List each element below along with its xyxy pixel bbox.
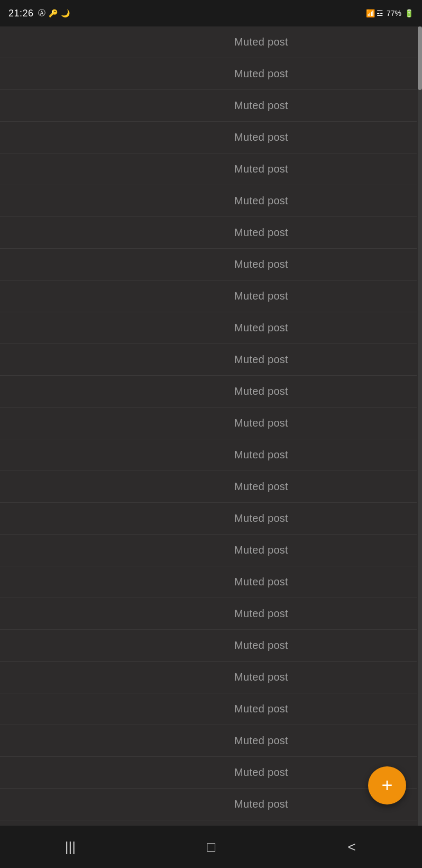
muted-post-label: Muted post xyxy=(129,798,288,810)
muted-post-label: Muted post xyxy=(129,703,288,715)
list-item[interactable]: Muted post xyxy=(0,693,417,725)
status-bar: 21:26 Ⓐ 🔑 🌙 📶 ☲ 77% 🔋 xyxy=(0,0,422,26)
scrollbar-thumb[interactable] xyxy=(418,26,422,90)
muted-post-label: Muted post xyxy=(129,481,288,493)
battery-percentage: 77% xyxy=(387,9,401,17)
list-item[interactable]: Muted post xyxy=(0,185,417,217)
muted-post-label: Muted post xyxy=(129,258,288,270)
muted-post-label: Muted post xyxy=(129,449,288,461)
connectivity-icons: 📶 ☲ xyxy=(366,9,383,17)
muted-post-label: Muted post xyxy=(129,385,288,397)
muted-post-label: Muted post xyxy=(129,512,288,525)
muted-post-label: Muted post xyxy=(129,544,288,556)
muted-post-label: Muted post xyxy=(129,322,288,334)
muted-post-label: Muted post xyxy=(129,354,288,366)
battery-icon: 🔋 xyxy=(405,9,414,17)
muted-post-label: Muted post xyxy=(129,608,288,620)
list-item[interactable]: Muted post xyxy=(0,535,417,566)
list-item[interactable]: Muted post xyxy=(0,376,417,408)
list-item[interactable]: Muted post xyxy=(0,90,417,122)
muted-post-label: Muted post xyxy=(129,68,288,80)
list-item[interactable]: Muted post xyxy=(0,153,417,185)
muted-post-label: Muted post xyxy=(129,163,288,175)
list-item[interactable]: Muted post xyxy=(0,662,417,693)
list-item[interactable]: Muted post xyxy=(0,281,417,312)
fab-plus-icon: + xyxy=(381,776,392,795)
fab-button[interactable]: + xyxy=(368,766,406,804)
list-item[interactable]: Muted post xyxy=(0,789,417,820)
muted-post-label: Muted post xyxy=(129,671,288,683)
muted-post-label: Muted post xyxy=(129,100,288,112)
muted-posts-list: Muted postMuted postMuted postMuted post… xyxy=(0,26,417,826)
list-item[interactable]: Muted post xyxy=(0,249,417,281)
status-icons-left: Ⓐ 🔑 🌙 xyxy=(38,8,70,18)
list-item[interactable]: Muted post xyxy=(0,344,417,376)
muted-post-label: Muted post xyxy=(129,766,288,779)
back-button[interactable]: < xyxy=(336,831,368,863)
muted-post-label: Muted post xyxy=(129,131,288,143)
muted-post-label: Muted post xyxy=(129,195,288,207)
muted-post-label: Muted post xyxy=(129,735,288,747)
wifi-icon: 📶 xyxy=(366,9,375,17)
status-time: 21:26 xyxy=(8,8,34,19)
list-item[interactable]: Muted post xyxy=(0,471,417,503)
status-bar-left: 21:26 Ⓐ 🔑 🌙 xyxy=(8,8,70,19)
list-item[interactable]: Muted post xyxy=(0,26,417,58)
scrollbar[interactable] xyxy=(418,26,422,868)
status-bar-right: 📶 ☲ 77% 🔋 xyxy=(366,9,414,17)
muted-post-label: Muted post xyxy=(129,417,288,429)
list-item[interactable]: Muted post xyxy=(0,58,417,90)
content-area: Muted postMuted postMuted postMuted post… xyxy=(0,26,422,826)
muted-post-label: Muted post xyxy=(129,227,288,239)
list-item[interactable]: Muted post xyxy=(0,217,417,249)
muted-post-label: Muted post xyxy=(129,639,288,652)
list-item[interactable]: Muted post xyxy=(0,598,417,630)
nav-bar: ||| □ < xyxy=(0,826,422,868)
home-button[interactable]: □ xyxy=(195,831,227,863)
muted-post-label: Muted post xyxy=(129,576,288,588)
key-icon: 🔑 xyxy=(49,9,58,17)
muted-post-label: Muted post xyxy=(129,290,288,302)
list-item[interactable]: Muted post xyxy=(0,566,417,598)
list-item[interactable]: Muted post xyxy=(0,757,417,789)
signal-icon: ☲ xyxy=(377,9,383,17)
list-item[interactable]: Muted post xyxy=(0,312,417,344)
recent-apps-button[interactable]: ||| xyxy=(54,831,86,863)
list-item[interactable]: Muted post xyxy=(0,439,417,471)
list-item[interactable]: Muted post xyxy=(0,725,417,757)
sim-icon: Ⓐ xyxy=(38,8,45,18)
list-item[interactable]: Muted post xyxy=(0,630,417,662)
muted-post-label: Muted post xyxy=(129,36,288,48)
dnd-icon: 🌙 xyxy=(61,9,70,17)
list-item[interactable]: Muted post xyxy=(0,820,417,826)
list-item[interactable]: Muted post xyxy=(0,122,417,153)
list-item[interactable]: Muted post xyxy=(0,408,417,439)
list-item[interactable]: Muted post xyxy=(0,503,417,535)
